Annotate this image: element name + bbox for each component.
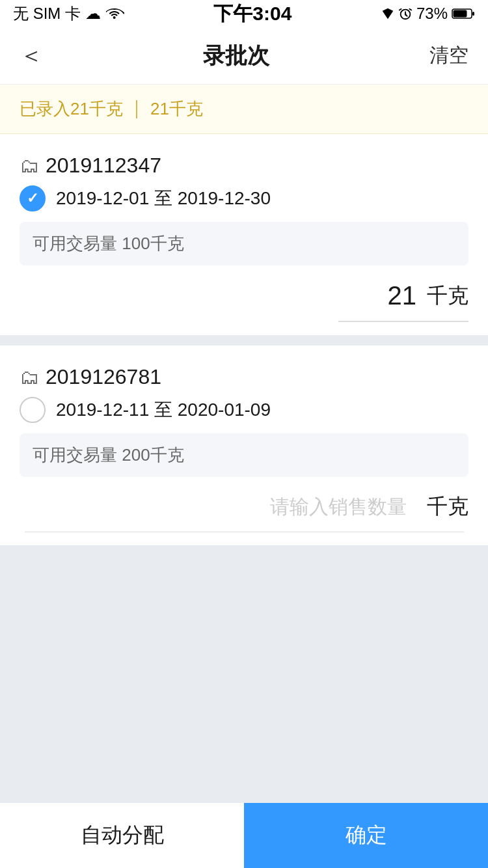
- status-bar: 无 SIM 卡 ☁ 下午3:04 73%: [0, 0, 488, 27]
- batch2-available: 可用交易量 200千克: [20, 433, 468, 477]
- batch1-date: 2019-12-01 至 2019-12-30: [56, 186, 271, 211]
- sim-label: 无 SIM 卡 ☁: [13, 3, 101, 24]
- batch1-id: 2019112347: [46, 154, 161, 178]
- wifi-icon: [106, 7, 124, 20]
- sale-quantity-input[interactable]: [221, 496, 416, 518]
- status-right: 73%: [381, 5, 475, 23]
- alarm-icon: [398, 7, 413, 21]
- summary-value: 21千克: [150, 98, 203, 120]
- svg-rect-3: [472, 12, 474, 16]
- batch1-unit: 千克: [427, 282, 468, 310]
- back-button[interactable]: ＜: [20, 40, 43, 72]
- batch2-header: 🗂 2019126781: [20, 365, 468, 389]
- batch1-available: 可用交易量 100千克: [20, 222, 468, 265]
- batch2-id: 2019126781: [46, 365, 161, 389]
- batch1-amount-row: 21 千克: [0, 265, 488, 321]
- batch-item-2: 🗂 2019126781 2019-12-11 至 2020-01-09 可用交…: [0, 346, 488, 545]
- location-icon: [381, 7, 394, 20]
- svg-rect-2: [453, 10, 467, 18]
- nav-bar: ＜ 录批次 清空: [0, 27, 488, 85]
- batch1-date-row: 2019-12-01 至 2019-12-30: [20, 185, 468, 211]
- separator-1: [0, 335, 488, 346]
- summary-bar: 已录入21千克 21千克: [0, 85, 488, 134]
- confirm-button[interactable]: 确定: [244, 803, 488, 868]
- batch2-icon: 🗂: [20, 366, 39, 388]
- battery-icon: [452, 8, 475, 20]
- battery-percent: 73%: [416, 5, 448, 23]
- batch-item-1: 🗂 2019112347 2019-12-01 至 2019-12-30 可用交…: [0, 134, 488, 335]
- auto-distribute-button[interactable]: 自动分配: [0, 803, 244, 868]
- summary-divider: [136, 100, 137, 118]
- batch2-radio[interactable]: [20, 397, 46, 423]
- batch1-amount: 21: [388, 281, 417, 310]
- batch1-icon: 🗂: [20, 155, 39, 177]
- summary-label: 已录入21千克: [20, 98, 123, 120]
- bottom-bar: 自动分配 确定: [0, 803, 488, 868]
- page-title: 录批次: [203, 41, 269, 71]
- separator-2: [0, 545, 488, 556]
- batch2-date: 2019-12-11 至 2020-01-09: [56, 398, 271, 422]
- batch2-input-row: 千克: [0, 477, 488, 532]
- clear-button[interactable]: 清空: [429, 42, 468, 69]
- batch1-header: 🗂 2019112347: [20, 154, 468, 178]
- status-left: 无 SIM 卡 ☁: [13, 3, 124, 24]
- batch1-radio[interactable]: [20, 185, 46, 211]
- batch2-date-row: 2019-12-11 至 2020-01-09: [20, 397, 468, 423]
- batch2-unit: 千克: [427, 493, 468, 521]
- status-time: 下午3:04: [213, 1, 291, 27]
